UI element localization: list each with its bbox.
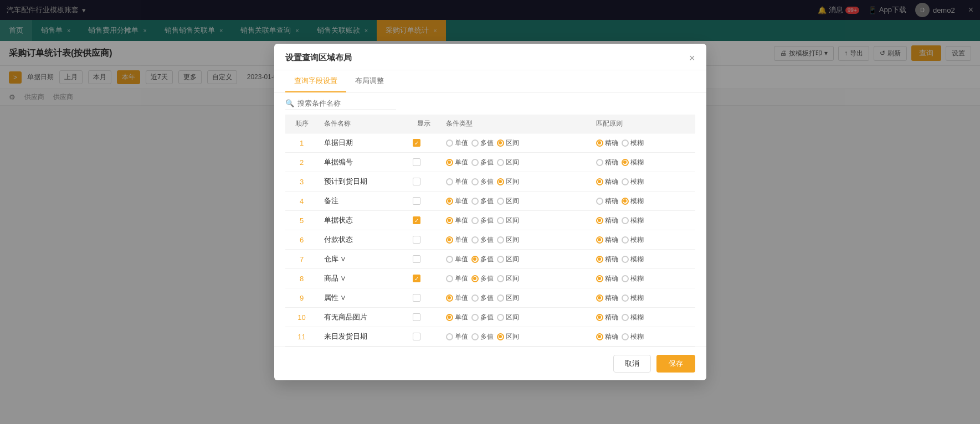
type-radio-多值[interactable]: 多值: [471, 235, 494, 245]
display-checkbox[interactable]: ✓: [413, 275, 420, 282]
type-radio-区间[interactable]: 区间: [497, 255, 519, 264]
rule-radio-模糊[interactable]: 模糊: [622, 177, 644, 187]
modal-close-button[interactable]: ×: [689, 53, 695, 63]
cell-order: 11: [285, 327, 319, 347]
rule-radio-模糊[interactable]: 模糊: [622, 255, 644, 264]
cell-display[interactable]: [407, 288, 440, 308]
type-radio-单值[interactable]: 单值: [446, 197, 468, 206]
cell-rule: 精确模糊: [591, 250, 695, 269]
display-checkbox[interactable]: ✓: [413, 139, 420, 147]
type-radio-区间[interactable]: 区间: [497, 197, 519, 206]
rule-radio-精确[interactable]: 精确: [596, 177, 618, 187]
type-radio-多值[interactable]: 多值: [471, 138, 494, 148]
rule-radio-模糊[interactable]: 模糊: [622, 216, 644, 225]
cell-type: 单值多值区间: [440, 308, 591, 327]
radio-circle: [622, 314, 629, 321]
table-row: 9属性 ∨单值多值区间精确模糊: [285, 288, 695, 308]
type-radio-多值[interactable]: 多值: [471, 313, 494, 322]
radio-circle: [497, 314, 504, 321]
type-radio-单值[interactable]: 单值: [446, 177, 468, 187]
cell-display[interactable]: [407, 192, 440, 211]
type-radio-区间[interactable]: 区间: [497, 332, 519, 342]
modal-tab-layout[interactable]: 布局调整: [346, 70, 393, 92]
cell-name: 属性 ∨: [319, 288, 407, 308]
type-radio-多值[interactable]: 多值: [471, 255, 494, 264]
cell-order: 3: [285, 172, 319, 192]
type-radio-多值[interactable]: 多值: [471, 158, 494, 167]
cell-display[interactable]: [407, 172, 440, 192]
save-button[interactable]: 保存: [656, 355, 695, 373]
type-radio-单值[interactable]: 单值: [446, 158, 468, 167]
rule-radio-精确[interactable]: 精确: [596, 332, 618, 342]
display-checkbox[interactable]: [413, 255, 420, 263]
cancel-button[interactable]: 取消: [613, 355, 651, 373]
cell-display[interactable]: ✓: [407, 269, 440, 288]
rule-radio-精确[interactable]: 精确: [596, 293, 618, 303]
type-radio-单值[interactable]: 单值: [446, 293, 468, 303]
search-input[interactable]: [297, 99, 386, 107]
rule-radio-模糊[interactable]: 模糊: [622, 197, 644, 206]
type-radio-单值[interactable]: 单值: [446, 235, 468, 245]
cell-order: 2: [285, 153, 319, 172]
type-radio-多值[interactable]: 多值: [471, 177, 494, 187]
display-checkbox[interactable]: [413, 333, 420, 340]
cell-order: 6: [285, 230, 319, 250]
display-checkbox[interactable]: [413, 294, 420, 302]
type-radio-单值[interactable]: 单值: [446, 313, 468, 322]
type-radio-区间[interactable]: 区间: [497, 216, 519, 225]
display-checkbox[interactable]: [413, 236, 420, 244]
display-checkbox[interactable]: [413, 313, 420, 321]
type-radio-单值[interactable]: 单值: [446, 255, 468, 264]
display-checkbox[interactable]: [413, 178, 420, 185]
type-radio-区间[interactable]: 区间: [497, 158, 519, 167]
type-radio-单值[interactable]: 单值: [446, 332, 468, 342]
display-checkbox[interactable]: [413, 158, 420, 166]
type-radio-多值[interactable]: 多值: [471, 274, 494, 283]
modal-tab-fields[interactable]: 查询字段设置: [285, 70, 346, 92]
type-radio-区间[interactable]: 区间: [497, 177, 519, 187]
display-checkbox[interactable]: ✓: [413, 216, 420, 224]
rule-radio-模糊[interactable]: 模糊: [622, 274, 644, 283]
type-radio-区间[interactable]: 区间: [497, 138, 519, 148]
cell-display[interactable]: [407, 230, 440, 250]
rule-radio-模糊[interactable]: 模糊: [622, 158, 644, 167]
table-row: 6付款状态单值多值区间精确模糊: [285, 230, 695, 250]
display-checkbox[interactable]: [413, 197, 420, 205]
rule-radio-精确[interactable]: 精确: [596, 138, 618, 148]
radio-circle: [497, 236, 504, 244]
cell-display[interactable]: [407, 327, 440, 347]
cell-display[interactable]: ✓: [407, 133, 440, 153]
cell-display[interactable]: [407, 308, 440, 327]
type-radio-多值[interactable]: 多值: [471, 197, 494, 206]
rule-radio-精确[interactable]: 精确: [596, 216, 618, 225]
rule-radio-精确[interactable]: 精确: [596, 235, 618, 245]
type-radio-单值[interactable]: 单值: [446, 216, 468, 225]
rule-radio-精确[interactable]: 精确: [596, 274, 618, 283]
radio-circle: [471, 256, 479, 263]
rule-radio-模糊[interactable]: 模糊: [622, 138, 644, 148]
cell-display[interactable]: [407, 153, 440, 172]
cell-display[interactable]: [407, 250, 440, 269]
type-radio-区间[interactable]: 区间: [497, 235, 519, 245]
type-radio-区间[interactable]: 区间: [497, 313, 519, 322]
rule-radio-精确[interactable]: 精确: [596, 197, 618, 206]
col-head-display: 显示: [407, 115, 440, 133]
cell-display[interactable]: ✓: [407, 211, 440, 230]
type-radio-多值[interactable]: 多值: [471, 293, 494, 303]
type-radio-多值[interactable]: 多值: [471, 332, 494, 342]
rule-radio-精确[interactable]: 精确: [596, 313, 618, 322]
rule-radio-精确[interactable]: 精确: [596, 158, 618, 167]
rule-radio-精确[interactable]: 精确: [596, 255, 618, 264]
type-radio-区间[interactable]: 区间: [497, 293, 519, 303]
type-radio-区间[interactable]: 区间: [497, 274, 519, 283]
rule-radio-模糊[interactable]: 模糊: [622, 332, 644, 342]
type-radio-单值[interactable]: 单值: [446, 274, 468, 283]
type-radio-单值[interactable]: 单值: [446, 138, 468, 148]
type-radio-多值[interactable]: 多值: [471, 216, 494, 225]
radio-circle: [596, 236, 603, 244]
rule-radio-模糊[interactable]: 模糊: [622, 293, 644, 303]
rule-radio-模糊[interactable]: 模糊: [622, 313, 644, 322]
rule-radio-模糊[interactable]: 模糊: [622, 235, 644, 245]
radio-circle: [446, 256, 453, 263]
modal-header: 设置查询区域布局 ×: [274, 44, 706, 70]
